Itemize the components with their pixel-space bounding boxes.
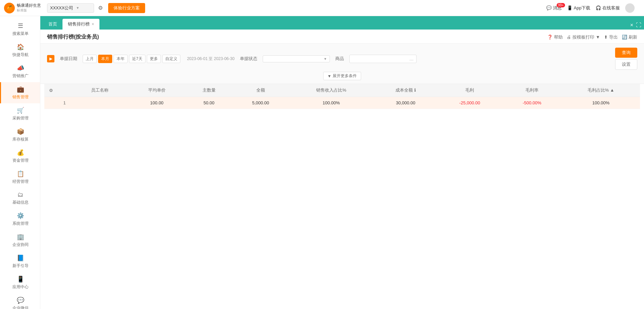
logo: 🍊 畅康通好生意 标准版 [4, 3, 44, 13]
col-rank [58, 84, 71, 97]
sidebar-item-wechat[interactable]: 💬 企业微信 [0, 293, 40, 309]
chevron-down-icon: ▼ [76, 6, 79, 10]
sidebar-label-quick-nav: 快捷导航 [12, 52, 29, 58]
company-settings-icon[interactable]: ⚙ [97, 3, 104, 12]
sidebar-item-quick-nav[interactable]: 🏠 快捷导航 [0, 40, 40, 61]
sidebar-label-marketing: 营销推广 [12, 73, 29, 79]
date-btn-custom[interactable]: 自定义 [162, 55, 180, 63]
expand-label: 展开更多条件 [333, 73, 357, 79]
marketing-icon: 📣 [17, 64, 24, 72]
search-order-icon: ☰ [18, 22, 23, 30]
sidebar-label-guide: 新手引导 [12, 263, 29, 269]
home-icon: 🏠 [17, 43, 24, 51]
expand-conditions-button[interactable]: ▼ 展开更多条件 [323, 72, 361, 80]
message-badge: 99+ [557, 3, 565, 7]
sidebar-item-guide[interactable]: 📘 新手引导 [0, 251, 40, 272]
filter-row: ▶ 单据日期 上月 本月 本年 近7天 更多 自定义 2023-06-01 至 … [47, 48, 637, 70]
filter-area: ▶ 单据日期 上月 本月 本年 近7天 更多 自定义 2023-06-01 至 … [40, 44, 644, 84]
headset-icon: 🎧 [596, 5, 601, 10]
content-area: 首页 销售排行榜 × × ⛶ 销售排行榜(按业务员) ❓ 帮助 [40, 16, 644, 309]
operations-icon: 📋 [17, 170, 24, 177]
col-qty: 主数量 [185, 84, 233, 97]
company-selector[interactable]: XXXXX公司 ▼ [47, 3, 94, 13]
tab-close-icon[interactable]: × [92, 22, 94, 27]
sidebar-item-system[interactable]: ⚙️ 系统管理 [0, 209, 40, 230]
sidebar-label-operations: 经营管理 [12, 179, 29, 185]
help-label: 帮助 [554, 34, 563, 40]
query-button[interactable]: 查询 [615, 48, 637, 58]
corp-collab-icon: 🏢 [17, 233, 24, 241]
filter-expand-arrow[interactable]: ▶ [47, 55, 54, 62]
date-btn-last-7[interactable]: 近7天 [129, 55, 145, 63]
sidebar-label-basic-info: 基础信息 [12, 200, 29, 205]
col-settings: ⚙ [44, 84, 58, 97]
top-bar: 🍊 畅康通好生意 标准版 XXXXX公司 ▼ ⚙ 体验行业方案 💬 消息 99+… [0, 0, 644, 16]
col-name: 员工名称 [71, 84, 128, 97]
sidebar-label-system: 系统管理 [12, 221, 29, 226]
print-button[interactable]: 🖨 按模板打印 ▼ [567, 34, 600, 40]
sidebar-item-purchase[interactable]: 🛒 采购管理 [0, 103, 40, 124]
date-range-text: 2023-06-01 至 2023-06-30 [187, 56, 234, 62]
export-button[interactable]: ⬆ 导出 [604, 34, 618, 40]
sidebar-label-wechat: 企业微信 [12, 305, 29, 309]
status-filter-label: 单据状态 [240, 56, 257, 62]
sidebar-item-inventory[interactable]: 📦 库存核算 [0, 124, 40, 146]
cell-cost: 30,000.00 [374, 97, 437, 109]
avatar[interactable] [625, 3, 635, 13]
cell-settings [44, 97, 58, 109]
status-select[interactable]: ▼ [263, 55, 330, 62]
online-service-label: 在线客服 [602, 5, 620, 11]
sidebar-label-inventory: 库存核算 [12, 137, 29, 142]
sidebar-item-app-center[interactable]: 📱 应用中心 [0, 272, 40, 293]
cell-rank: 1 [58, 97, 71, 109]
expand-down-icon: ▼ [328, 74, 332, 79]
company-name: XXXXX公司 [50, 5, 73, 11]
sidebar-item-finance[interactable]: 💰 资金管理 [0, 146, 40, 167]
export-icon: ⬆ [604, 35, 608, 40]
print-dropdown-icon: ▼ [596, 35, 600, 40]
refresh-button[interactable]: 🔄 刷新 [622, 34, 637, 40]
date-btn-last-month[interactable]: 上月 [83, 55, 97, 63]
table-wrapper: ⚙ 员工名称 平均单价 主数量 全额 销售收入占比% 成本全额 ℹ 毛利 毛利率… [40, 84, 644, 309]
tab-close-all-icon[interactable]: × [630, 22, 633, 28]
date-btn-this-month[interactable]: 本月 [98, 55, 112, 63]
settings-button[interactable]: 设置 [615, 59, 637, 70]
page-header: 销售排行榜(按业务员) ❓ 帮助 🖨 按模板打印 ▼ ⬆ 导出 [40, 30, 644, 44]
print-label: 按模板打印 [572, 34, 594, 40]
sidebar-item-sales[interactable]: 💼 销售管理 [0, 82, 40, 103]
help-button[interactable]: ❓ 帮助 [547, 34, 563, 40]
online-service-button[interactable]: 🎧 在线客服 [596, 5, 620, 11]
sidebar-label-sales: 销售管理 [12, 94, 29, 100]
tab-home[interactable]: 首页 [43, 19, 62, 30]
download-icon: 📱 [567, 5, 572, 10]
tab-sales-ranking[interactable]: 销售排行榜 × [62, 19, 99, 30]
message-button[interactable]: 💬 消息 99+ [546, 5, 562, 11]
guide-icon: 📘 [17, 254, 24, 262]
col-avg-price: 平均单价 [128, 84, 185, 97]
table-row: 1 100.00 50.00 5,000.00 100.00% 30,000.0… [44, 97, 640, 109]
app-download-button[interactable]: 📱 App下载 [567, 5, 590, 11]
sidebar-item-operations[interactable]: 📋 经营管理 [0, 167, 40, 188]
cell-qty: 50.00 [185, 97, 233, 109]
col-gross: 毛利 [437, 84, 502, 97]
goods-input[interactable]: … [349, 55, 417, 63]
sidebar-item-corp-collab[interactable]: 🏢 企业协同 [0, 230, 40, 251]
sidebar-item-search-order[interactable]: ☰ 搜索菜单 [0, 19, 40, 40]
sidebar-item-basic-info[interactable]: 🗂 基础信息 [0, 188, 40, 209]
page-title: 销售排行榜(按业务员) [47, 34, 99, 41]
date-btn-this-year[interactable]: 本年 [114, 55, 128, 63]
cell-gross: -25,000.00 [437, 97, 502, 109]
sidebar-label-purchase: 采购管理 [12, 115, 29, 121]
date-btn-more[interactable]: 更多 [147, 55, 161, 63]
try-industry-button[interactable]: 体验行业方案 [108, 3, 145, 13]
table-header-row: ⚙ 员工名称 平均单价 主数量 全额 销售收入占比% 成本全额 ℹ 毛利 毛利率… [44, 84, 640, 97]
sales-icon: 💼 [17, 86, 24, 93]
sidebar-item-marketing[interactable]: 📣 营销推广 [0, 61, 40, 82]
tab-fullscreen-icon[interactable]: ⛶ [636, 22, 641, 28]
sidebar-label-corp-collab: 企业协同 [12, 242, 29, 248]
system-icon: ⚙️ [17, 212, 24, 219]
message-icon: 💬 [546, 5, 552, 10]
inventory-icon: 📦 [17, 128, 24, 135]
cell-avg-price: 100.00 [128, 97, 185, 109]
status-select-arrow: ▼ [324, 57, 327, 61]
